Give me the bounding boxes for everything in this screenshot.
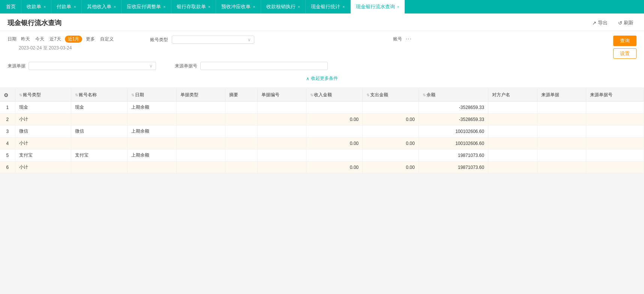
date-shortcut-自定义[interactable]: 自定义 (99, 36, 115, 43)
page-header: 现金银行流水查询 ↗ 导出 ↺ 刷新 (0, 13, 644, 31)
cell-source_doc (537, 125, 586, 137)
col-header-counterparty: 对方户名 (488, 89, 537, 101)
collapse-bar[interactable]: ∧ 收起更多条件 (8, 74, 636, 83)
cell-counterparty (488, 125, 537, 137)
table-body: 1现金现金上期余额-3528659.332小计0.000.00-3528659.… (0, 101, 644, 173)
cell-doc_type (176, 101, 225, 113)
nav-item-cash-bank-stat[interactable]: 现金银行统计× (306, 0, 350, 13)
source-doc-no-input[interactable] (200, 62, 328, 70)
date-shortcuts: 昨天今天近7天近1月更多自定义 (20, 36, 115, 43)
date-shortcut-近7天[interactable]: 近7天 (48, 36, 63, 43)
cell-balance: 100102606.60 (419, 137, 488, 149)
source-doc-chevron-icon: ∨ (149, 63, 153, 69)
cell-summary (225, 149, 257, 161)
cell-account_type: 现金 (15, 101, 71, 113)
nav-item-ap-adjust[interactable]: 应收应付调整单× (122, 0, 171, 13)
close-icon[interactable]: × (114, 4, 116, 9)
settings-gear-icon[interactable]: ⚙ (4, 92, 9, 98)
source-doc-select[interactable]: ∨ (29, 62, 156, 70)
date-shortcut-近1月[interactable]: 近1月 (65, 36, 83, 43)
cell-date: 上期余额 (127, 101, 176, 113)
cell-expense: 0.00 (363, 161, 419, 173)
cell-income: 0.00 (306, 161, 363, 173)
source-doc-label: 来源单据 (8, 63, 26, 69)
cell-balance: 19871073.60 (419, 149, 488, 161)
table-row[interactable]: 4小计0.000.00100102606.60 (0, 137, 644, 149)
col-header-summary: 摘要 (225, 89, 257, 101)
close-icon[interactable]: × (298, 4, 300, 9)
query-button[interactable]: 查询 (613, 36, 636, 46)
col-header-settings[interactable]: ⚙ (0, 89, 15, 101)
close-icon[interactable]: × (163, 4, 165, 9)
nav-item-bank-deposit[interactable]: 银行存取款单× (171, 0, 216, 13)
cell-doc_type (176, 113, 225, 125)
cell-income: 0.00 (306, 113, 363, 125)
col-header-expense[interactable]: ⇅支出金额 (363, 89, 419, 101)
col-header-source_doc_no: 来源单据号 (586, 89, 644, 101)
table-row[interactable]: 6小计0.000.0019871073.60 (0, 161, 644, 173)
chevron-up-icon: ∧ (306, 76, 309, 81)
page-title: 现金银行流水查询 (8, 18, 62, 27)
nav-item-cash-bank-flow[interactable]: 现金银行流水查询× (351, 0, 405, 13)
close-icon[interactable]: × (253, 4, 255, 9)
col-header-date[interactable]: ⇅日期 (127, 89, 176, 101)
cell-source_doc_no (586, 125, 644, 137)
cell-income (306, 125, 363, 137)
close-icon[interactable]: × (44, 4, 46, 9)
table-row[interactable]: 2小计0.000.00-3528659.33 (0, 113, 644, 125)
nav-item-other-income[interactable]: 其他收入单× (82, 0, 122, 13)
cell-account_type: 支付宝 (15, 149, 71, 161)
export-button[interactable]: ↗ 导出 (589, 18, 611, 28)
cell-account_type: 小计 (15, 161, 71, 173)
cell-source_doc_no (586, 161, 644, 173)
table-header: ⚙⇅账号类型⇅账号名称⇅日期单据类型摘要单据编号⇅收入金额⇅支出金额⇅余额对方户… (0, 89, 644, 101)
sort-icon: ⇅ (310, 93, 313, 97)
close-icon[interactable]: × (342, 4, 345, 9)
nav-item-payment[interactable]: 付款单× (51, 0, 81, 13)
cell-balance: -3528659.33 (419, 101, 488, 113)
table-row[interactable]: 3微信微信上期余额100102606.60 (0, 125, 644, 137)
cell-date (127, 113, 176, 125)
account-label: 账号 (393, 36, 402, 42)
col-header-balance[interactable]: ⇅余额 (419, 89, 488, 101)
cell-summary (225, 137, 257, 149)
cell-doc_no (257, 101, 306, 113)
nav-item-advance-offset[interactable]: 预收冲应收单× (216, 0, 261, 13)
cell-doc_type (176, 125, 225, 137)
close-icon[interactable]: × (208, 4, 210, 9)
close-icon[interactable]: × (74, 4, 76, 9)
cell-counterparty (488, 161, 537, 173)
cell-income (306, 101, 363, 113)
date-shortcut-更多[interactable]: 更多 (84, 36, 96, 43)
col-header-income[interactable]: ⇅收入金额 (306, 89, 363, 101)
top-navigation: 首页收款单×付款单×其他收入单×应收应付调整单×银行存取款单×预收冲应收单×收款… (0, 0, 644, 13)
cell-doc_no (257, 137, 306, 149)
account-dots[interactable]: ··· (406, 36, 412, 42)
date-shortcut-今天[interactable]: 今天 (34, 36, 46, 43)
nav-item-collection-exec[interactable]: 收款核销执行× (261, 0, 306, 13)
date-shortcut-昨天[interactable]: 昨天 (20, 36, 32, 43)
account-type-select[interactable]: ∨ (172, 36, 254, 44)
cell-doc_no (257, 149, 306, 161)
cell-account_name (71, 137, 128, 149)
header-actions: ↗ 导出 ↺ 刷新 (589, 18, 636, 28)
settings-button[interactable]: 设置 (613, 48, 636, 59)
nav-item-receipt[interactable]: 收款单× (21, 0, 51, 13)
cell-summary (225, 113, 257, 125)
cell-date: 上期余额 (127, 125, 176, 137)
refresh-icon: ↺ (618, 20, 622, 26)
cell-counterparty (488, 101, 537, 113)
table-row[interactable]: 5支付宝支付宝上期余额19871073.60 (0, 149, 644, 161)
close-icon[interactable]: × (397, 4, 399, 9)
cell-balance: 100102606.60 (419, 125, 488, 137)
cell-balance: 19871073.60 (419, 161, 488, 173)
col-header-account_type[interactable]: ⇅账号类型 (15, 89, 71, 101)
refresh-button[interactable]: ↺ 刷新 (615, 18, 636, 28)
cell-account_name (71, 113, 128, 125)
cell-summary (225, 125, 257, 137)
col-header-account_name[interactable]: ⇅账号名称 (71, 89, 128, 101)
account-type-label: 账号类型 (150, 37, 168, 43)
nav-item-home[interactable]: 首页 (0, 0, 21, 13)
table-row[interactable]: 1现金现金上期余额-3528659.33 (0, 101, 644, 113)
cell-source_doc_no (586, 137, 644, 149)
